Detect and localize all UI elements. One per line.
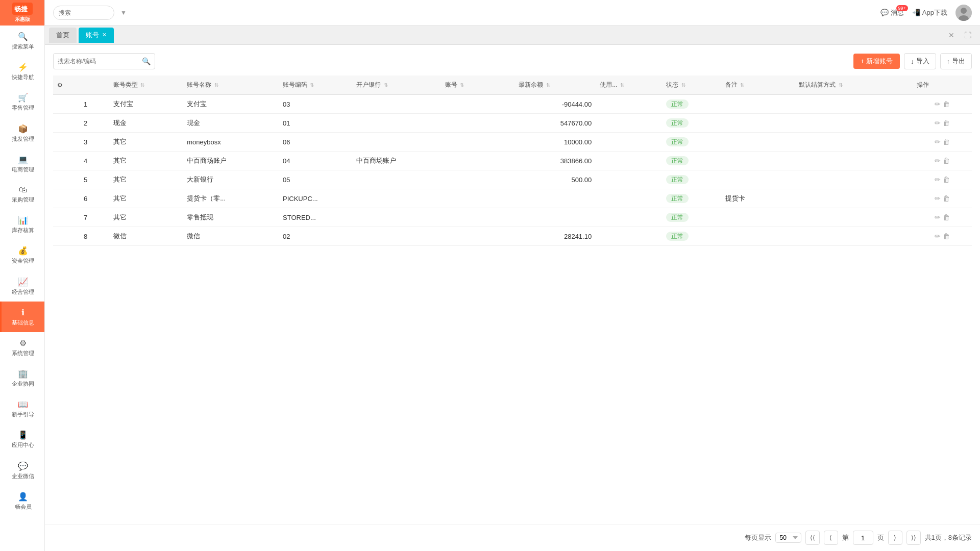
content-area: 🔍 + 新增账号 ↓ 导入 ↑ 导出	[45, 45, 980, 551]
edit-button[interactable]: ✏	[935, 138, 941, 146]
delete-button[interactable]: 🗑	[943, 119, 950, 127]
last-page-button[interactable]: ⟩⟩	[906, 531, 921, 545]
sidebar-item-label: 畅会员	[15, 504, 32, 510]
sidebar-item-capital[interactable]: 💰 资金管理	[0, 240, 44, 270]
window-maximize-button[interactable]: ⛶	[960, 27, 976, 43]
sidebar-item-quick-nav[interactable]: ⚡ 快捷导航	[0, 56, 44, 87]
sidebar-item-purchase[interactable]: 🛍 采购管理	[0, 179, 44, 209]
sidebar-item-wechat[interactable]: 💬 企业微信	[0, 455, 44, 486]
delete-button[interactable]: 🗑	[943, 194, 950, 203]
export-button[interactable]: ↑ 导出	[940, 53, 972, 69]
sidebar-item-inventory[interactable]: 📊 库存核算	[0, 209, 44, 240]
col-header-settings[interactable]: ⚙	[53, 76, 80, 95]
col-header-remark[interactable]: 备注 ⇅	[721, 76, 795, 95]
tab-close-button[interactable]: ✕	[102, 32, 107, 38]
top-search-input[interactable]	[53, 6, 114, 20]
row-type: 其它	[109, 170, 183, 189]
row-status: 正常	[662, 133, 721, 152]
row-use	[596, 95, 662, 114]
delete-button[interactable]: 🗑	[943, 100, 950, 108]
col-header-num	[80, 76, 109, 95]
sidebar-item-search-menu[interactable]: 🔍 搜索菜单	[0, 26, 44, 56]
page-number-input[interactable]	[853, 531, 873, 545]
tab-home[interactable]: 首页	[49, 28, 77, 43]
edit-button[interactable]: ✏	[935, 194, 941, 203]
delete-button[interactable]: 🗑	[943, 232, 950, 240]
page-size-select[interactable]: 50 20 100	[775, 533, 801, 543]
sidebar-item-basic-info[interactable]: ℹ 基础信息	[0, 302, 44, 332]
total-label: 共1页，8条记录	[925, 533, 972, 542]
search-input[interactable]	[58, 58, 142, 65]
edit-button[interactable]: ✏	[935, 100, 941, 108]
sidebar-item-operation[interactable]: 📈 经营管理	[0, 271, 44, 302]
row-settings	[53, 189, 80, 208]
delete-button[interactable]: 🗑	[943, 138, 950, 146]
sidebar-item-label: 零售管理	[12, 105, 34, 111]
import-button[interactable]: ↓ 导入	[904, 53, 936, 69]
row-balance: 500.00	[514, 170, 596, 189]
window-close-button[interactable]: ✕	[943, 27, 960, 43]
prev-page-button[interactable]: ⟨	[824, 531, 838, 545]
col-header-action: 操作	[913, 76, 972, 95]
edit-button[interactable]: ✏	[935, 232, 941, 240]
col-header-code[interactable]: 账号编码 ⇅	[279, 76, 352, 95]
row-use	[596, 189, 662, 208]
row-action: ✏ 🗑	[913, 114, 972, 133]
basic-info-icon: ℹ	[21, 308, 24, 317]
add-account-button[interactable]: + 新增账号	[853, 54, 900, 69]
import-label: 导入	[916, 57, 929, 66]
edit-button[interactable]: ✏	[935, 176, 941, 184]
sidebar-item-member[interactable]: 👤 畅会员	[0, 486, 44, 516]
col-header-use[interactable]: 使用... ⇅	[596, 76, 662, 95]
sidebar-item-wholesale[interactable]: 📦 批发管理	[0, 118, 44, 148]
app-download-button[interactable]: 📲 App下载	[912, 8, 947, 17]
col-header-balance[interactable]: 最新余额 ⇅	[514, 76, 596, 95]
dropdown-arrow-icon[interactable]: ▼	[120, 9, 127, 16]
edit-button[interactable]: ✏	[935, 119, 941, 127]
delete-button[interactable]: 🗑	[943, 176, 950, 184]
sidebar: 畅捷 乐惠版 🔍 搜索菜单 ⚡ 快捷导航 🛒 零售管理 📦 批发管理 💻 电商管…	[0, 0, 45, 551]
quick-nav-icon: ⚡	[18, 62, 28, 72]
user-avatar[interactable]	[955, 5, 972, 21]
edit-button[interactable]: ✏	[935, 157, 941, 165]
col-header-bank[interactable]: 开户银行 ⇅	[352, 76, 440, 95]
app-center-icon: 📱	[18, 430, 28, 440]
sidebar-item-label: 资金管理	[12, 258, 34, 264]
col-header-name[interactable]: 账号名称 ⇅	[183, 76, 279, 95]
col-header-type[interactable]: 账号类型 ⇅	[109, 76, 183, 95]
sidebar-item-system[interactable]: ⚙ 系统管理	[0, 332, 44, 363]
row-code: 05	[279, 170, 352, 189]
inventory-icon: 📊	[18, 215, 28, 225]
message-button[interactable]: 💬 消息 99+	[880, 8, 904, 17]
page-label2: 页	[877, 533, 884, 542]
top-header: ▼ 💬 消息 99+ 📲 App下载	[45, 0, 980, 26]
col-header-status[interactable]: 状态 ⇅	[662, 76, 721, 95]
row-code: 06	[279, 133, 352, 152]
sidebar-item-app-center[interactable]: 📱 应用中心	[0, 424, 44, 455]
tab-account[interactable]: 账号 ✕	[79, 28, 114, 43]
sidebar-item-retail[interactable]: 🛒 零售管理	[0, 87, 44, 117]
row-use	[596, 170, 662, 189]
col-header-account[interactable]: 账号 ⇅	[441, 76, 514, 95]
settings-icon: ⚙	[57, 82, 63, 89]
search-icon[interactable]: 🔍	[142, 57, 151, 65]
sidebar-item-ecommerce[interactable]: 💻 电商管理	[0, 148, 44, 179]
first-page-button[interactable]: ⟨⟨	[805, 531, 820, 545]
delete-button[interactable]: 🗑	[943, 157, 950, 165]
pagination: 每页显示 50 20 100 ⟨⟨ ⟨ 第 页 ⟩ ⟩⟩ 共1页，8条记录	[45, 524, 980, 551]
row-code: 01	[279, 114, 352, 133]
edit-button[interactable]: ✏	[935, 213, 941, 221]
sort-icon-balance: ⇅	[546, 82, 550, 88]
toolbar-right: + 新增账号 ↓ 导入 ↑ 导出	[853, 53, 972, 69]
delete-button[interactable]: 🗑	[943, 213, 950, 221]
sidebar-item-enterprise[interactable]: 🏢 企业协同	[0, 363, 44, 393]
row-num: 3	[80, 133, 109, 152]
row-account	[441, 114, 514, 133]
row-remark	[721, 152, 795, 170]
next-page-button[interactable]: ⟩	[888, 531, 902, 545]
table-section: 🔍 + 新增账号 ↓ 导入 ↑ 导出	[45, 45, 980, 524]
sidebar-item-guide[interactable]: 📖 新手引导	[0, 393, 44, 424]
sidebar-item-label: 库存核算	[12, 227, 34, 234]
col-header-default[interactable]: 默认结算方式 ⇅	[795, 76, 913, 95]
row-use	[596, 114, 662, 133]
